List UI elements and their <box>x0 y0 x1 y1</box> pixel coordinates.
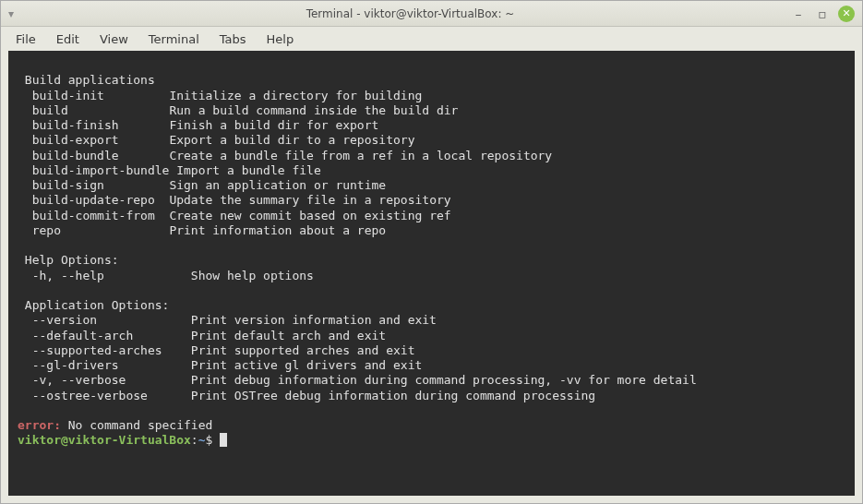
terminal-line: repo Print information about a repo <box>18 223 845 238</box>
section-header: Build applications <box>18 73 845 88</box>
terminal-line: --gl-drivers Print active gl drivers and… <box>18 358 845 373</box>
terminal-line: build-sign Sign an application or runtim… <box>18 178 845 193</box>
window-menu-icon[interactable]: ▾ <box>8 7 14 20</box>
terminal-line: build-bundle Create a bundle file from a… <box>18 149 845 163</box>
terminal-line: build-export Export a build dir to a rep… <box>18 133 845 148</box>
terminal-line: --version Print version information and … <box>18 313 845 328</box>
titlebar[interactable]: ▾ Terminal - viktor@viktor-VirtualBox: ~… <box>1 1 862 27</box>
terminal-line: build-init Initialize a directory for bu… <box>18 89 845 103</box>
section-header: Help Options: <box>18 253 845 268</box>
terminal-line: build-commit-from Create new commit base… <box>18 209 845 223</box>
prompt-dollar: $ <box>206 433 221 447</box>
menu-file[interactable]: File <box>6 30 45 49</box>
terminal-line: -h, --help Show help options <box>18 269 845 283</box>
close-button[interactable]: ✕ <box>838 6 855 22</box>
terminal-line: build Run a build command inside the bui… <box>18 103 845 118</box>
prompt-line: viktor@viktor-VirtualBox:~$ <box>18 433 845 448</box>
terminal-body[interactable]: Build applications build-init Initialize… <box>8 51 855 496</box>
terminal-line: build-finish Finish a build dir for expo… <box>18 118 845 133</box>
prompt-user: viktor@viktor-VirtualBox <box>18 433 191 447</box>
menu-edit[interactable]: Edit <box>47 30 89 49</box>
window-controls: – ▫ ✕ <box>790 6 855 22</box>
section-header: Application Options: <box>18 298 845 313</box>
terminal-line: build-import-bundle Import a bundle file <box>18 163 845 178</box>
terminal-line <box>18 238 845 253</box>
terminal-line <box>18 283 845 298</box>
error-line: error: No command specified <box>18 418 845 433</box>
menu-tabs[interactable]: Tabs <box>210 30 256 49</box>
prompt-path: ~ <box>198 433 206 447</box>
menu-terminal[interactable]: Terminal <box>139 30 209 49</box>
cursor-icon <box>220 433 227 447</box>
terminal-line: --ostree-verbose Print OSTree debug info… <box>18 389 845 403</box>
terminal-line: --default-arch Print default arch and ex… <box>18 329 845 343</box>
maximize-button[interactable]: ▫ <box>814 6 831 22</box>
menubar: File Edit View Terminal Tabs Help <box>1 27 862 51</box>
error-label: error: <box>18 418 61 432</box>
menu-help[interactable]: Help <box>258 30 304 49</box>
terminal-line: build-update-repo Update the summary fil… <box>18 193 845 208</box>
minimize-button[interactable]: – <box>790 6 807 22</box>
terminal-line <box>18 403 845 418</box>
prompt-colon: : <box>191 433 198 447</box>
error-message: No command specified <box>61 418 212 432</box>
window-title: Terminal - viktor@viktor-VirtualBox: ~ <box>30 7 790 20</box>
terminal-line: --supported-arches Print supported arche… <box>18 343 845 358</box>
terminal-window: ▾ Terminal - viktor@viktor-VirtualBox: ~… <box>0 0 863 504</box>
menu-view[interactable]: View <box>90 30 138 49</box>
terminal-line <box>18 58 845 73</box>
terminal-line: -v, --verbose Print debug information du… <box>18 373 845 388</box>
